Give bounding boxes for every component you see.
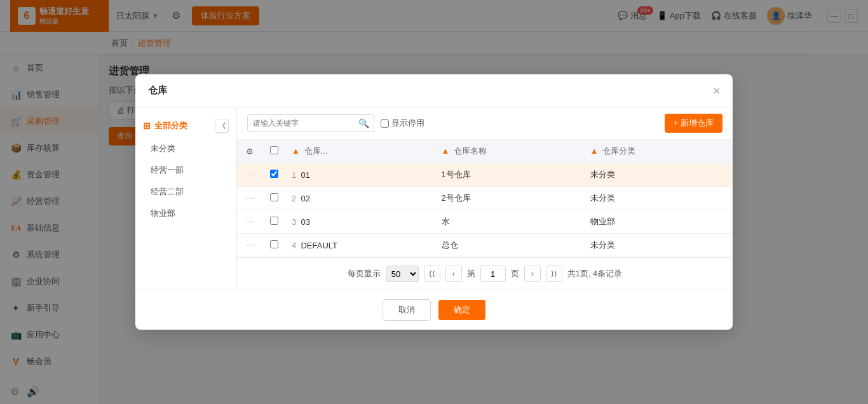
row-checkbox[interactable] bbox=[262, 210, 285, 234]
col-checkbox bbox=[262, 140, 285, 163]
modal-table-wrap: ⚙ ▲ 仓库... ▲ bbox=[237, 140, 733, 257]
confirm-button[interactable]: 确定 bbox=[438, 300, 485, 320]
table-header-row: ⚙ ▲ 仓库... ▲ bbox=[237, 140, 733, 163]
show-disabled-checkbox[interactable] bbox=[381, 119, 389, 128]
table-body: ··· 1 01 1号仓库 未分类 ··· 2 02 2号仓库 未分类 ··· … bbox=[237, 163, 733, 257]
col-warehouse-category: ▲ 仓库分类 bbox=[584, 140, 733, 163]
row-num: 3 03 bbox=[285, 210, 435, 234]
modal-header: 仓库 × bbox=[135, 74, 733, 107]
row-dots[interactable]: ··· bbox=[237, 187, 262, 210]
grid-icon: ⊞ bbox=[143, 121, 151, 131]
category-item-0[interactable]: 未分类 bbox=[135, 138, 236, 159]
row-dots[interactable]: ··· bbox=[237, 234, 262, 257]
row-name: 1号仓库 bbox=[435, 163, 584, 187]
warehouse-table: ⚙ ▲ 仓库... ▲ bbox=[237, 140, 733, 257]
page-label: 第 bbox=[467, 268, 475, 279]
cancel-button[interactable]: 取消 bbox=[383, 299, 431, 321]
row-category: 未分类 bbox=[584, 163, 733, 187]
row-dots[interactable]: ··· bbox=[237, 163, 262, 187]
sort-icon-cat: ▲ bbox=[590, 146, 599, 156]
first-page-button[interactable]: ⟨⟨ bbox=[424, 266, 440, 282]
row-checkbox[interactable] bbox=[262, 234, 285, 257]
col-warehouse-name: ▲ 仓库名称 bbox=[435, 140, 584, 163]
row-name: 总仓 bbox=[435, 234, 584, 257]
last-page-button[interactable]: ⟩⟩ bbox=[546, 266, 562, 282]
row-category: 物业部 bbox=[584, 210, 733, 234]
page-suffix: 页 bbox=[511, 268, 519, 279]
total-records-label: 共1页, 4条记录 bbox=[567, 268, 623, 279]
modal-main-panel: 🔍 显示停用 + 新增仓库 ⚙ bbox=[237, 107, 733, 290]
search-button[interactable]: 🔍 bbox=[353, 115, 374, 131]
modal-actions: 取消 确定 bbox=[135, 290, 733, 330]
page-number-input[interactable] bbox=[480, 266, 506, 282]
select-all-checkbox[interactable] bbox=[270, 146, 278, 154]
warehouse-modal: 仓库 × ⊞ 全部分类 《 未分类 经营一部 bbox=[135, 74, 733, 330]
modal-title: 仓库 bbox=[148, 84, 167, 97]
row-category: 未分类 bbox=[584, 234, 733, 257]
col-gear: ⚙ bbox=[237, 140, 262, 163]
modal-category-sidebar: ⊞ 全部分类 《 未分类 经营一部 经营二部 物业部 bbox=[135, 107, 237, 290]
show-disabled-toggle[interactable]: 显示停用 bbox=[381, 118, 424, 129]
collapse-sidebar-button[interactable]: 《 bbox=[215, 119, 229, 133]
next-page-button[interactable]: › bbox=[524, 266, 541, 282]
row-checkbox[interactable] bbox=[262, 163, 285, 187]
table-row: ··· 4 DEFAULT 总仓 未分类 bbox=[237, 234, 733, 257]
category-item-1[interactable]: 经营一部 bbox=[135, 159, 236, 181]
all-categories-label: 全部分类 bbox=[154, 120, 187, 131]
search-box: 🔍 bbox=[247, 114, 374, 132]
row-num: 4 DEFAULT bbox=[285, 234, 435, 257]
row-dots[interactable]: ··· bbox=[237, 210, 262, 234]
search-input[interactable] bbox=[248, 116, 353, 131]
category-item-2[interactable]: 经营二部 bbox=[135, 181, 236, 203]
per-page-select[interactable]: 50 20 100 bbox=[386, 266, 419, 282]
modal-close-button[interactable]: × bbox=[713, 85, 720, 97]
sort-icon: ▲ bbox=[292, 146, 300, 156]
row-name: 2号仓库 bbox=[435, 187, 584, 210]
modal-overlay: 仓库 × ⊞ 全部分类 《 未分类 经营一部 bbox=[0, 0, 868, 404]
row-name: 水 bbox=[435, 210, 584, 234]
gear-col-icon: ⚙ bbox=[246, 147, 254, 156]
prev-page-button[interactable]: ‹ bbox=[445, 266, 462, 282]
pagination: 每页显示 50 20 100 ⟨⟨ ‹ 第 页 › ⟩⟩ 共1页, 4条记录 bbox=[237, 257, 733, 290]
category-item-3[interactable]: 物业部 bbox=[135, 203, 236, 224]
modal-body: ⊞ 全部分类 《 未分类 经营一部 经营二部 物业部 bbox=[135, 107, 733, 290]
row-num: 1 01 bbox=[285, 163, 435, 187]
modal-toolbar: 🔍 显示停用 + 新增仓库 bbox=[237, 107, 733, 140]
row-category: 未分类 bbox=[584, 187, 733, 210]
table-row: ··· 1 01 1号仓库 未分类 bbox=[237, 163, 733, 187]
per-page-label: 每页显示 bbox=[348, 268, 381, 279]
add-warehouse-button[interactable]: + 新增仓库 bbox=[665, 114, 722, 133]
table-row: ··· 3 03 水 物业部 bbox=[237, 210, 733, 234]
table-row: ··· 2 02 2号仓库 未分类 bbox=[237, 187, 733, 210]
sort-icon-name: ▲ bbox=[442, 146, 450, 156]
row-num: 2 02 bbox=[285, 187, 435, 210]
col-warehouse-code: ▲ 仓库... bbox=[285, 140, 435, 163]
modal-all-categories[interactable]: ⊞ 全部分类 《 bbox=[135, 114, 236, 138]
row-checkbox[interactable] bbox=[262, 187, 285, 210]
